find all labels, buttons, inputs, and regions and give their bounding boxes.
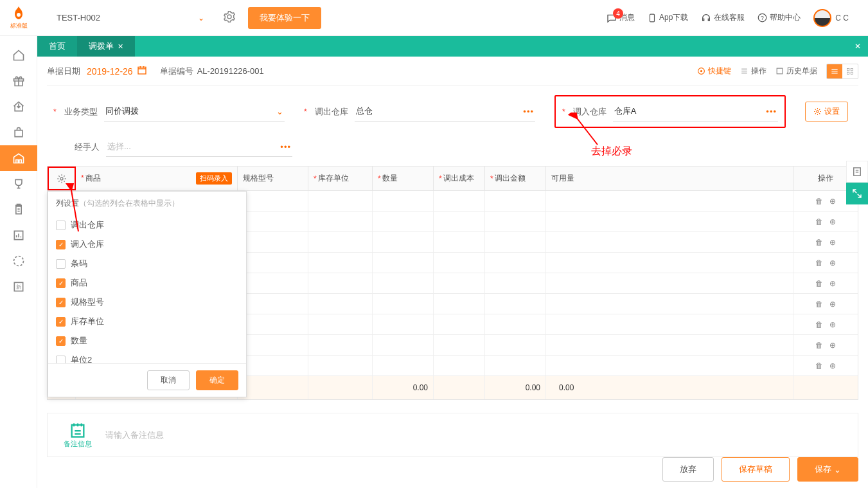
cancel-button[interactable]: 取消 <box>147 370 190 390</box>
column-option[interactable]: 单位2 <box>56 350 238 363</box>
annotation-text: 去掉必录 <box>591 145 632 158</box>
sidebar-warehouse[interactable] <box>0 145 37 171</box>
sidebar-clipboard[interactable] <box>0 197 37 222</box>
app-download-link[interactable]: App下载 <box>648 12 688 23</box>
float-note-icon[interactable] <box>846 161 868 183</box>
float-expand-icon[interactable] <box>846 183 868 204</box>
tab-transfer-order[interactable]: 调拨单 ✕ <box>77 36 135 57</box>
delete-icon[interactable]: 🗑 <box>815 258 823 267</box>
copy-icon[interactable]: ⊕ <box>829 217 836 226</box>
th-cost: *调出成本 <box>434 167 485 190</box>
delete-icon[interactable]: 🗑 <box>815 197 823 206</box>
th-spec: 规格型号 <box>238 167 308 190</box>
copy-icon[interactable]: ⊕ <box>829 258 836 267</box>
delete-icon[interactable]: 🗑 <box>815 361 823 370</box>
shortcut-link[interactable]: 快捷键 <box>697 66 731 77</box>
column-option[interactable]: ✓调入仓库 <box>56 235 238 254</box>
sidebar-money[interactable] <box>0 171 37 197</box>
help-center-link[interactable]: ? 帮助中心 <box>757 12 801 23</box>
sidebar-home[interactable] <box>0 42 37 68</box>
document-header: 单据日期 2019-12-26 单据编号 AL-20191226-001 快捷键… <box>47 57 858 86</box>
more-icon: ••• <box>280 142 291 152</box>
table-header: *商品 扫码录入 规格型号 *库存单位 *数量 *调出成本 *调出金额 可用量 … <box>48 167 858 191</box>
confirm-button[interactable]: 确定 <box>196 370 238 390</box>
save-button[interactable]: 保存 ⌄ <box>797 457 858 482</box>
calendar-icon[interactable] <box>137 65 147 77</box>
sidebar-arrow-house[interactable] <box>0 94 37 120</box>
sidebar: 新 <box>0 36 37 488</box>
checkbox-icon: ✓ <box>56 336 66 346</box>
settings-icon[interactable] <box>224 11 235 24</box>
copy-icon[interactable]: ⊕ <box>829 238 836 247</box>
delete-icon[interactable]: 🗑 <box>815 279 823 288</box>
svg-rect-12 <box>851 68 853 71</box>
delete-icon[interactable]: 🗑 <box>815 320 823 329</box>
copy-icon[interactable]: ⊕ <box>829 300 836 309</box>
th-unit: *库存单位 <box>308 167 373 190</box>
message-badge: 4 <box>613 8 623 19</box>
delete-icon[interactable]: 🗑 <box>815 217 823 226</box>
tab-home[interactable]: 首页 <box>37 36 77 57</box>
field-biz-type: * 业务类型 同价调拨 ⌄ <box>53 102 285 122</box>
column-settings-button[interactable] <box>48 167 76 190</box>
tab-bar: 首页 调拨单 ✕ ✕ <box>37 36 868 57</box>
column-option[interactable]: ✓库存单位 <box>56 312 238 331</box>
column-option[interactable]: 调出仓库 <box>56 215 238 235</box>
footer-avail: 0.00 <box>546 376 793 399</box>
out-warehouse-select[interactable]: 总仓 ••• <box>355 102 535 122</box>
history-link[interactable]: 历史单据 <box>775 66 817 77</box>
svg-text:新: 新 <box>16 284 21 290</box>
th-avail: 可用量 <box>546 167 793 190</box>
user-menu[interactable]: C C <box>813 9 849 27</box>
column-option[interactable]: ✓商品 <box>56 273 238 293</box>
column-list[interactable]: 调出仓库✓调入仓库条码✓商品✓规格型号✓库存单位✓数量单位2 <box>48 215 246 363</box>
field-settings-button[interactable]: 设置 <box>805 102 848 122</box>
online-service-link[interactable]: 在线客服 <box>701 12 745 23</box>
doc-date-value[interactable]: 2019-12-26 <box>87 66 133 77</box>
checkbox-icon: ✓ <box>56 317 66 327</box>
svg-text:?: ? <box>761 15 764 21</box>
sidebar-report[interactable] <box>0 222 37 248</box>
in-warehouse-select[interactable]: 仓库A ••• <box>613 102 778 122</box>
copy-icon[interactable]: ⊕ <box>829 341 836 350</box>
messages-link[interactable]: 4 消息 <box>607 12 635 23</box>
gear-icon <box>813 107 822 116</box>
handler-select[interactable]: 选择... ••• <box>106 137 292 157</box>
form-row-1: * 业务类型 同价调拨 ⌄ * 调出仓库 总仓 ••• * 调入仓库 仓库A •… <box>47 86 858 137</box>
copy-icon[interactable]: ⊕ <box>829 279 836 288</box>
column-option[interactable]: ✓数量 <box>56 331 238 350</box>
copy-icon[interactable]: ⊕ <box>829 320 836 329</box>
checkbox-icon <box>56 356 66 364</box>
view-list-icon[interactable] <box>827 64 842 78</box>
biz-type-select[interactable]: 同价调拨 ⌄ <box>104 102 285 122</box>
scan-entry-button[interactable]: 扫码录入 <box>196 172 232 185</box>
sidebar-new[interactable]: 新 <box>0 274 37 300</box>
delete-icon[interactable]: 🗑 <box>815 238 823 247</box>
more-icon: ••• <box>523 107 534 116</box>
delete-icon[interactable]: 🗑 <box>815 300 823 309</box>
view-grid-icon[interactable] <box>842 64 858 78</box>
column-option[interactable]: 条码 <box>56 254 238 273</box>
svg-point-0 <box>17 13 21 17</box>
gear-icon <box>57 174 67 184</box>
delete-icon[interactable]: 🗑 <box>815 341 823 350</box>
trial-button[interactable]: 我要体验一下 <box>248 7 321 29</box>
remark-input[interactable] <box>100 425 850 445</box>
remark-section: 备注信息 <box>47 413 858 457</box>
logo-area[interactable]: 标准版 <box>0 5 37 30</box>
store-selector[interactable]: TEST-H002 ⌄ <box>50 8 211 28</box>
discard-button[interactable]: 放弃 <box>662 457 714 482</box>
sidebar-bag[interactable] <box>0 120 37 145</box>
copy-icon[interactable]: ⊕ <box>829 197 836 206</box>
operations-link[interactable]: 操作 <box>740 66 766 77</box>
copy-icon[interactable]: ⊕ <box>829 361 836 370</box>
close-all-tabs[interactable]: ✕ <box>847 36 868 57</box>
save-draft-button[interactable]: 保存草稿 <box>722 457 790 482</box>
svg-rect-13 <box>847 72 849 75</box>
column-option[interactable]: ✓规格型号 <box>56 293 238 312</box>
close-icon[interactable]: ✕ <box>118 42 123 51</box>
sidebar-gift[interactable] <box>0 68 37 94</box>
svg-rect-14 <box>851 72 853 75</box>
sidebar-loading[interactable] <box>0 248 37 274</box>
items-table: *商品 扫码录入 规格型号 *库存单位 *数量 *调出成本 *调出金额 可用量 … <box>47 166 858 400</box>
